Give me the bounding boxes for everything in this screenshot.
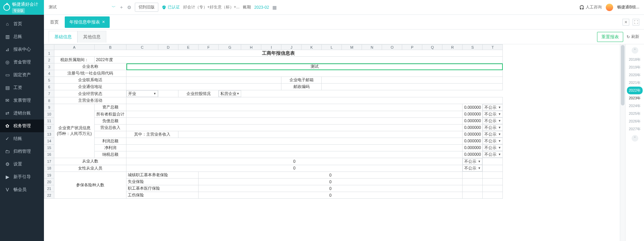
subtab-other[interactable]: 其他信息 [77, 31, 106, 43]
nav-item-10[interactable]: 🗀归档管理 [0, 145, 44, 158]
headset-icon: 🎧 [579, 5, 584, 10]
topbar: 测试 ﹀ ＋ ⚙ 切到旧版 已认证 好会计（专）+好生意（标）+... 账期 2… [44, 0, 644, 15]
dropdown-cell[interactable]: 不公示▼ [483, 131, 503, 138]
col-header[interactable]: N [362, 45, 382, 50]
company-name-cell[interactable]: 测试 [126, 63, 503, 70]
package-info: 好会计（专）+好生意（标）+... [183, 4, 239, 10]
subtab-basic[interactable]: 基础信息 [49, 31, 77, 43]
year-option[interactable]: 2021年 [627, 79, 643, 87]
col-header[interactable]: E [178, 45, 199, 50]
year-option[interactable]: 2027年 [627, 125, 643, 133]
year-down-icon[interactable]: ˅ [632, 135, 638, 142]
vertical-scrollbar[interactable] [620, 44, 625, 241]
col-header[interactable]: B [95, 45, 126, 50]
col-header[interactable]: K [302, 45, 322, 50]
nav-icon: ▭ [5, 72, 10, 78]
help-link[interactable]: 🎧 人工咨询 [579, 4, 602, 10]
year-option[interactable]: 2019年 [627, 63, 643, 71]
user-name[interactable]: 畅捷通B组... [617, 4, 639, 10]
tab-home[interactable]: 首页 [49, 16, 60, 28]
dropdown-cell[interactable]: 开业▼ [126, 90, 158, 97]
col-header[interactable]: G [219, 45, 241, 50]
year-option[interactable]: 2023年 [627, 94, 643, 102]
col-header[interactable]: Q [422, 45, 442, 50]
nav-item-0[interactable]: ⌂首页 [0, 17, 44, 30]
col-header[interactable]: M [342, 45, 362, 50]
nav-item-1[interactable]: ▥总账 [0, 30, 44, 43]
nav-item-5[interactable]: ▤工资 [0, 81, 44, 94]
nav-icon: ◎ [5, 59, 10, 65]
nav-item-12[interactable]: ▶新手引导 [0, 171, 44, 183]
dropdown-cell[interactable]: 不公示▼ [483, 117, 503, 124]
nav-item-7[interactable]: ⇄进销台账 [0, 107, 44, 119]
col-header[interactable]: L [322, 45, 342, 50]
col-header[interactable]: I [261, 45, 281, 50]
col-header[interactable]: S [463, 45, 483, 50]
col-header[interactable]: A [54, 45, 95, 50]
year-option[interactable]: 2026年 [627, 117, 643, 125]
dropdown-cell[interactable]: 不公示▼ [483, 138, 503, 144]
nav-icon: ✿ [5, 123, 10, 129]
col-header[interactable]: H [241, 45, 261, 50]
nav-item-8[interactable]: ✿税务管理 [0, 119, 44, 132]
switch-old-button[interactable]: 切到旧版 [135, 3, 158, 12]
dropdown-cell[interactable]: 不公示▼ [483, 124, 503, 131]
col-header[interactable]: O [382, 45, 402, 50]
nav-icon: ▥ [5, 34, 10, 39]
spreadsheet[interactable]: ABCDEFGHIJKLMNOPQRST1工商年报信息表2税款所属期间：2022… [44, 44, 620, 241]
nav-icon: 🗀 [5, 149, 10, 154]
year-option[interactable]: 2022年 [627, 87, 643, 94]
nav-icon: ⊿ [5, 47, 10, 52]
col-header[interactable]: D [158, 45, 178, 50]
nav-icon: ⌂ [5, 21, 10, 27]
year-option[interactable]: 2024年 [627, 102, 643, 110]
col-header[interactable]: P [402, 45, 422, 50]
dropdown-cell[interactable]: 不公示▼ [483, 111, 503, 117]
period-value[interactable]: 2023-02 [254, 5, 269, 10]
dropdown-cell[interactable]: 不公示▼ [483, 104, 503, 111]
brand-name: 畅捷通好会计 [12, 1, 38, 7]
col-header[interactable]: C [126, 45, 158, 50]
year-option[interactable]: 2025年 [627, 110, 643, 117]
brand-logo-icon [3, 4, 10, 11]
tab-annual-report[interactable]: 年报信息申报表 ✕ [65, 16, 110, 28]
chevron-down-icon: ﹀ [112, 4, 116, 10]
col-header[interactable]: T [483, 45, 503, 50]
year-option[interactable]: 2018年 [627, 56, 643, 63]
avatar[interactable] [606, 4, 613, 11]
nav-item-6[interactable]: ✉发票管理 [0, 94, 44, 107]
dropdown-cell[interactable]: 不公示▼ [483, 144, 503, 151]
col-header[interactable]: J [281, 45, 302, 50]
year-rail: ˄ 2018年2019年2020年2021年2022年2023年2024年202… [625, 44, 644, 241]
col-header[interactable]: R [442, 45, 463, 50]
nav-item-4[interactable]: ▭固定资产 [0, 68, 44, 81]
year-option[interactable]: 2020年 [627, 71, 643, 79]
dropdown-cell[interactable]: 私营企业▼ [219, 90, 241, 97]
nav-item-13[interactable]: V畅会员 [0, 183, 44, 196]
close-all-button[interactable]: ✕ [623, 19, 629, 26]
nav-item-9[interactable]: ✓结账 [0, 132, 44, 145]
col-header[interactable]: F [199, 45, 219, 50]
nav-icon: ⇄ [5, 110, 10, 116]
nav-item-2[interactable]: ⊿报表中心 [0, 43, 44, 56]
close-icon[interactable]: ✕ [102, 20, 105, 24]
refresh-button[interactable]: ↻ 刷新 [627, 34, 639, 40]
dropdown-cell[interactable]: 不公示▼ [463, 165, 482, 172]
gear-icon[interactable]: ⚙ [127, 5, 131, 10]
nav-item-11[interactable]: ⚙设置 [0, 158, 44, 171]
dropdown-cell[interactable]: 不公示▼ [483, 151, 503, 158]
brand-edition: 专业版 [12, 8, 25, 13]
nav-icon: ✉ [5, 98, 10, 103]
shield-icon [162, 5, 166, 10]
nav-item-3[interactable]: ◎资金管理 [0, 56, 44, 68]
dropdown-cell[interactable]: 不公示▼ [463, 158, 482, 165]
reset-button[interactable]: 重置报表 [597, 32, 623, 42]
fullscreen-button[interactable]: ⛶ [633, 19, 639, 26]
nav-icon: ▶ [5, 174, 10, 180]
calendar-icon[interactable]: ▦ [272, 5, 277, 10]
add-icon[interactable]: ＋ [119, 4, 124, 10]
page-tabstrip: 首页 年报信息申报表 ✕ ✕ ⛶ [44, 15, 644, 30]
company-selector[interactable]: 测试 ﹀ [49, 4, 116, 10]
year-up-icon[interactable]: ˄ [632, 47, 638, 54]
nav-icon: ✓ [5, 136, 10, 141]
